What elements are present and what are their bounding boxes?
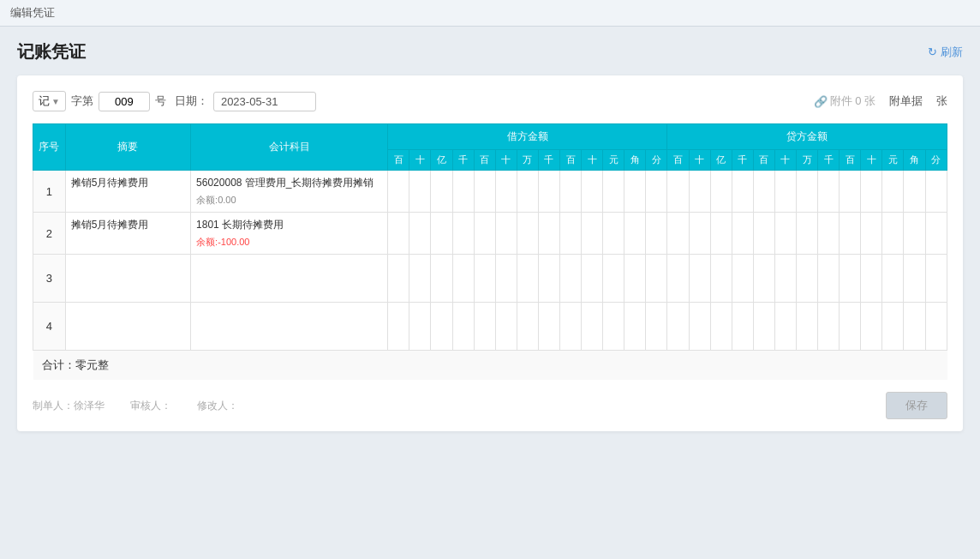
credit-digit-3-4[interactable] [753, 303, 774, 351]
credit-digit-0-1[interactable] [689, 171, 710, 213]
credit-digit-1-5[interactable] [774, 213, 796, 255]
credit-digit-0-7[interactable] [818, 171, 840, 213]
credit-digit-3-5[interactable] [774, 303, 796, 351]
debit-digit-2-2[interactable] [431, 255, 452, 303]
debit-digit-1-2[interactable] [431, 213, 452, 255]
debit-digit-3-7[interactable] [538, 303, 559, 351]
credit-digit-2-0[interactable] [667, 255, 689, 303]
debit-digit-2-0[interactable] [388, 255, 409, 303]
debit-digit-0-3[interactable] [452, 171, 474, 213]
debit-digit-2-4[interactable] [474, 255, 495, 303]
credit-digit-0-9[interactable] [861, 171, 882, 213]
credit-digit-2-12[interactable] [925, 255, 947, 303]
credit-digit-2-10[interactable] [882, 255, 904, 303]
credit-digit-3-1[interactable] [689, 303, 710, 351]
credit-digit-1-8[interactable] [840, 213, 861, 255]
debit-digit-1-9[interactable] [582, 213, 603, 255]
debit-digit-1-8[interactable] [559, 213, 581, 255]
credit-digit-2-6[interactable] [797, 255, 818, 303]
credit-digit-0-12[interactable] [925, 171, 947, 213]
debit-digit-0-1[interactable] [409, 171, 431, 213]
debit-digit-3-1[interactable] [409, 303, 431, 351]
credit-digit-2-2[interactable] [710, 255, 732, 303]
summary-cell-2[interactable] [65, 255, 190, 303]
debit-digit-0-6[interactable] [517, 171, 538, 213]
credit-digit-0-4[interactable] [753, 171, 774, 213]
credit-digit-3-11[interactable] [904, 303, 925, 351]
credit-digit-1-7[interactable] [818, 213, 840, 255]
voucher-type-select[interactable]: 记 ▼ [33, 91, 66, 111]
credit-digit-2-11[interactable] [904, 255, 925, 303]
debit-digit-0-10[interactable] [603, 171, 624, 213]
credit-digit-2-4[interactable] [753, 255, 774, 303]
credit-digit-0-0[interactable] [667, 171, 689, 213]
credit-digit-3-2[interactable] [710, 303, 732, 351]
debit-digit-2-11[interactable] [624, 255, 646, 303]
credit-digit-1-0[interactable] [667, 213, 689, 255]
debit-digit-0-11[interactable] [624, 171, 646, 213]
debit-digit-3-0[interactable] [388, 303, 409, 351]
credit-digit-2-7[interactable] [818, 255, 840, 303]
debit-digit-2-6[interactable] [517, 255, 538, 303]
credit-digit-1-9[interactable] [861, 213, 882, 255]
credit-digit-3-10[interactable] [882, 303, 904, 351]
credit-digit-1-11[interactable] [904, 213, 925, 255]
credit-digit-0-10[interactable] [882, 171, 904, 213]
debit-digit-3-5[interactable] [495, 303, 517, 351]
debit-digit-3-10[interactable] [603, 303, 624, 351]
debit-digit-0-12[interactable] [646, 171, 667, 213]
credit-digit-2-3[interactable] [732, 255, 753, 303]
attach-sheets[interactable]: 附单据 [889, 93, 923, 109]
debit-digit-0-0[interactable] [388, 171, 409, 213]
debit-digit-1-12[interactable] [646, 213, 667, 255]
credit-digit-1-3[interactable] [732, 213, 753, 255]
debit-digit-0-9[interactable] [582, 171, 603, 213]
credit-digit-1-4[interactable] [753, 213, 774, 255]
debit-digit-3-2[interactable] [431, 303, 452, 351]
credit-digit-1-10[interactable] [882, 213, 904, 255]
credit-digit-3-7[interactable] [818, 303, 840, 351]
credit-digit-2-8[interactable] [840, 255, 861, 303]
debit-digit-0-2[interactable] [431, 171, 452, 213]
debit-digit-2-12[interactable] [646, 255, 667, 303]
debit-digit-0-8[interactable] [559, 171, 581, 213]
debit-digit-2-9[interactable] [582, 255, 603, 303]
debit-digit-0-5[interactable] [495, 171, 517, 213]
date-input[interactable] [213, 92, 316, 111]
credit-digit-0-2[interactable] [710, 171, 732, 213]
debit-digit-0-4[interactable] [474, 171, 495, 213]
debit-digit-3-3[interactable] [452, 303, 474, 351]
credit-digit-2-5[interactable] [774, 255, 796, 303]
credit-digit-1-12[interactable] [925, 213, 947, 255]
debit-digit-1-5[interactable] [495, 213, 517, 255]
save-button[interactable]: 保存 [886, 392, 947, 419]
credit-digit-3-0[interactable] [667, 303, 689, 351]
debit-digit-1-3[interactable] [452, 213, 474, 255]
debit-digit-0-7[interactable] [538, 171, 559, 213]
debit-digit-1-11[interactable] [624, 213, 646, 255]
debit-digit-1-1[interactable] [409, 213, 431, 255]
credit-digit-0-3[interactable] [732, 171, 753, 213]
voucher-number-input[interactable] [99, 92, 150, 111]
account-cell-0[interactable]: 56020008 管理费用_长期待摊费用摊销余额:0.00 [191, 171, 388, 213]
credit-digit-3-12[interactable] [925, 303, 947, 351]
debit-digit-3-11[interactable] [624, 303, 646, 351]
debit-digit-2-5[interactable] [495, 255, 517, 303]
credit-digit-1-6[interactable] [797, 213, 818, 255]
debit-digit-1-7[interactable] [538, 213, 559, 255]
attach-link[interactable]: 🔗 附件 0 张 [814, 93, 875, 109]
debit-digit-2-3[interactable] [452, 255, 474, 303]
credit-digit-0-8[interactable] [840, 171, 861, 213]
account-cell-3[interactable] [191, 303, 388, 351]
credit-digit-3-6[interactable] [797, 303, 818, 351]
credit-digit-1-1[interactable] [689, 213, 710, 255]
debit-digit-2-8[interactable] [559, 255, 581, 303]
debit-digit-3-6[interactable] [517, 303, 538, 351]
credit-digit-3-3[interactable] [732, 303, 753, 351]
credit-digit-2-1[interactable] [689, 255, 710, 303]
summary-cell-0[interactable]: 摊销5月待摊费用 [65, 171, 190, 213]
account-cell-1[interactable]: 1801 长期待摊费用余额:-100.00 [191, 213, 388, 255]
debit-digit-3-4[interactable] [474, 303, 495, 351]
credit-digit-0-6[interactable] [797, 171, 818, 213]
debit-digit-3-12[interactable] [646, 303, 667, 351]
